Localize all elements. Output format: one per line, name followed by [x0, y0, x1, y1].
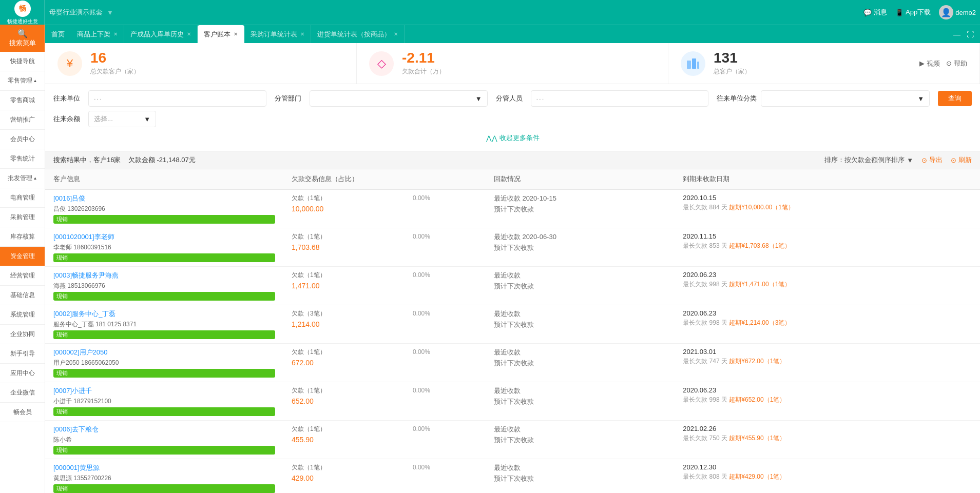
balance-label: 往来余额 [53, 114, 84, 124]
debt-amount-5[interactable]: 652.00 [292, 397, 396, 405]
help-btn[interactable]: ⊙ 帮助 [946, 59, 967, 68]
customer-tag-4: 现销 [53, 369, 275, 378]
search-button[interactable]: 查询 [938, 91, 972, 106]
sidebar-item-system-mgmt[interactable]: 系统管理 [0, 305, 45, 325]
user-avatar-btn[interactable]: 👤 demo2 [939, 5, 976, 19]
debt-amount-2[interactable]: 1,471.00 [292, 282, 396, 290]
overdue-link-2[interactable]: 超期¥1,471.00（1笔） [729, 281, 791, 288]
export-btn[interactable]: ⊙ 导出 [921, 155, 943, 165]
customer-name-2[interactable]: [0003]畅捷服务尹海燕 [53, 271, 275, 280]
overdue-link-7[interactable]: 超期¥429.00（1笔） [729, 473, 785, 480]
sidebar-item-member-center[interactable]: 会员中心 [0, 130, 45, 149]
collapse-btn[interactable]: ⋀⋀ 收起更多条件 [53, 131, 972, 145]
customer-name-5[interactable]: [0007]小进千 [53, 386, 275, 396]
tab-customer-account[interactable]: 客户账本 ✕ [198, 25, 244, 44]
debt-amount-6[interactable]: 455.90 [292, 436, 396, 444]
tab-close-production-history[interactable]: ✕ [187, 31, 191, 37]
customer-tag-3: 现销 [53, 330, 275, 339]
debt-percent-3: 0.00% [413, 310, 430, 317]
sidebar-item-finance[interactable]: 资金管理 [0, 247, 45, 266]
customer-phone-4: 用户2050 18665062050 [53, 359, 275, 367]
sidebar-item-batch-mgmt[interactable]: 批发管理▲ [0, 169, 45, 188]
tab-home[interactable]: 首页 [45, 30, 71, 39]
tab-inventory-stats[interactable]: 进货单统计表（按商品） ✕ [311, 25, 405, 44]
customer-name-1[interactable]: [0001020001]李老师 [53, 232, 275, 242]
sidebar-item-basic-info[interactable]: 基础信息 [0, 286, 45, 305]
debt-amount-3[interactable]: 1,214.00 [292, 320, 396, 328]
overdue-link-4[interactable]: 超期¥672.00（1笔） [729, 358, 785, 365]
cell-due-6: 2021.02.26 最长欠款 750 天 超期¥455.90（1笔） [675, 421, 980, 459]
tab-action-minimize[interactable]: — [951, 29, 963, 40]
col-collection: 回款情况 [486, 169, 675, 189]
overdue-link-6[interactable]: 超期¥455.90（1笔） [729, 435, 785, 442]
last-collect-1: 最近收款 2020-06-30 [494, 232, 666, 242]
debt-percent-7: 0.00% [413, 464, 430, 471]
tab-purchase-order[interactable]: 采购订单统计表 ✕ [244, 25, 311, 44]
total-customers-number: 131 [714, 51, 911, 65]
overdue-link-0[interactable]: 超期¥10,000.00（1笔） [729, 204, 794, 211]
sidebar-item-retail-mall[interactable]: 零售商城 [0, 91, 45, 110]
refresh-btn[interactable]: ⊙ 刷新 [951, 155, 972, 165]
message-btn[interactable]: 💬 消息 [863, 8, 887, 17]
customer-name-0[interactable]: [0016]吕俊 [53, 194, 275, 203]
sidebar-item-purchase-mgmt[interactable]: 采购管理 [0, 208, 45, 227]
sidebar-item-vip-member[interactable]: 畅会员 [0, 403, 45, 422]
tab-close-product-list[interactable]: ✕ [113, 31, 118, 37]
sidebar-item-enterprise-wechat[interactable]: 企业微信 [0, 383, 45, 403]
next-collect-0: 预计下次收款 [494, 205, 666, 214]
tab-action-maximize[interactable]: ⛶ [965, 29, 976, 40]
sidebar-item-inventory[interactable]: 库存核算 [0, 227, 45, 247]
next-collect-2: 预计下次收款 [494, 282, 666, 291]
tab-production-history[interactable]: 产成品入库单历史 ✕ [124, 25, 198, 44]
overdue-link-5[interactable]: 超期¥652.00（1笔） [729, 396, 785, 403]
sidebar-item-ecommerce[interactable]: 电商管理 [0, 188, 45, 208]
debt-amount-7[interactable]: 429.00 [292, 474, 396, 482]
person-input[interactable]: ··· [531, 90, 709, 107]
customer-tag-0: 现销 [53, 215, 275, 224]
dept-select[interactable]: ▼ [310, 90, 488, 107]
last-collect-7: 最近收款 [494, 463, 666, 472]
table-row: [000001]黄思源 黄思源 13552700226 现销 欠款（1笔） 42… [45, 459, 980, 494]
tab-product-list[interactable]: 商品上下架 ✕ [71, 25, 124, 44]
debt-amount-0[interactable]: 10,000.00 [292, 205, 396, 213]
tab-close-purchase-order[interactable]: ✕ [300, 31, 304, 37]
sidebar-item-quick-nav[interactable]: 快捷导航 [0, 52, 45, 71]
cell-percent-5: 0.00% [405, 382, 486, 421]
customer-name-3[interactable]: [0002]服务中心_丁磊 [53, 309, 275, 319]
balance-select[interactable]: 选择... ▼ [88, 111, 156, 127]
sidebar-item-marketing[interactable]: 营销推广 [0, 110, 45, 130]
tab-close-inventory-stats[interactable]: ✕ [394, 31, 398, 37]
sidebar-item-operation[interactable]: 经营管理 [0, 266, 45, 286]
customer-name-6[interactable]: [0006]去下粮仓 [53, 425, 275, 434]
sidebar-item-retail-mgmt[interactable]: 零售管理▲ [0, 71, 45, 91]
cell-collect-2: 最近收款 预计下次收款 [486, 267, 675, 305]
vendor-input[interactable]: ··· [88, 90, 266, 107]
customer-name-4[interactable]: [000002]用户2050 [53, 348, 275, 357]
overdue-link-1[interactable]: 超期¥1,703.68（1笔） [729, 242, 791, 249]
cell-customer-0: [0016]吕俊 吕俊 13026203696 现销 [45, 189, 283, 228]
vendor-category-select[interactable]: ▼ [761, 90, 930, 107]
sidebar-item-new-guide[interactable]: 新手引导 [0, 344, 45, 364]
video-help-btn[interactable]: ▶ 视频 [919, 59, 940, 68]
search-menu-item[interactable]: 🔍 搜索菜单 [0, 25, 45, 52]
total-customers-label: 总客户（家） [714, 67, 911, 76]
tab-close-customer-account[interactable]: ✕ [234, 31, 238, 37]
debt-amount-4[interactable]: 672.00 [292, 359, 396, 367]
sidebar-item-retail-stats[interactable]: 零售统计 [0, 149, 45, 169]
overdue-link-3[interactable]: 超期¥1,214.00（3笔） [729, 319, 791, 326]
cell-debt-7: 欠款（1笔） 429.00 [283, 459, 405, 494]
debt-amount-1[interactable]: 1,703.68 [292, 243, 396, 251]
cell-collect-5: 最近收款 预计下次收款 [486, 382, 675, 421]
customer-name-7[interactable]: [000001]黄思源 [53, 463, 275, 472]
app-download-btn[interactable]: 📱 App下载 [895, 8, 931, 17]
debt-label-4: 欠款（1笔） [292, 348, 396, 357]
cell-collect-0: 最近收款 2020-10-15 预计下次收款 [486, 189, 675, 228]
debt-label-2: 欠款（1笔） [292, 271, 396, 280]
sidebar-item-enterprise[interactable]: 企业协同 [0, 325, 45, 344]
cell-customer-4: [000002]用户2050 用户2050 18665062050 现销 [45, 344, 283, 382]
due-date-7: 2020.12.30 [683, 463, 972, 471]
sort-select[interactable]: 排序：按欠款金额倒序排序 ▼ [824, 155, 913, 165]
dept-field: 分管部门 ▼ [275, 90, 488, 107]
vendor-label: 往来单位 [53, 94, 84, 103]
sidebar-item-app-center[interactable]: 应用中心 [0, 364, 45, 383]
